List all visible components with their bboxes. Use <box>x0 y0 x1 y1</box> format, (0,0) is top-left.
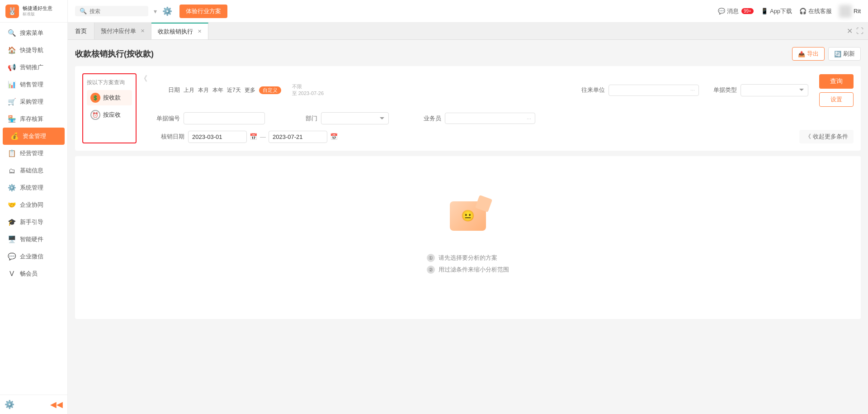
setting-btn[interactable]: 设置 <box>819 92 854 107</box>
search-input[interactable] <box>90 8 144 14</box>
sidebar-item-wechat[interactable]: 💬 企业微信 <box>0 248 67 265</box>
refresh-icon: 🔄 <box>834 51 841 57</box>
inventory-icon: 🏪 <box>7 115 16 123</box>
info-icon: 🗂 <box>7 167 16 175</box>
collapse-more-btn[interactable]: 《 收起更多条件 <box>799 130 854 143</box>
right-filters: 往来单位 ··· 单据类型 <box>578 73 854 107</box>
sidebar-item-label: 快捷导航 <box>20 46 43 54</box>
sidebar-item-newbie[interactable]: 🎓 新手引导 <box>0 214 67 231</box>
doctype-select[interactable] <box>741 84 808 96</box>
tab-receivable-close[interactable]: ✕ <box>198 29 202 34</box>
avatar <box>839 5 852 18</box>
empty-hint-2: ② 用过滤条件来缩小分析范围 <box>427 266 509 274</box>
sidebar-item-label: 库存核算 <box>20 115 43 123</box>
expand-tab-icon[interactable]: ⛶ <box>856 27 863 35</box>
app-download-btn[interactable]: 📱 App下载 <box>761 7 792 15</box>
app-download-label: App下载 <box>770 7 792 15</box>
member-icon: Ⅴ <box>7 270 16 278</box>
sidebar-item-cooperation[interactable]: 🤝 企业协同 <box>0 196 67 214</box>
logo-area: 🐰 畅捷通好生意 标准版 <box>0 0 67 23</box>
collapse-filter-btn[interactable]: 《 <box>140 73 149 143</box>
username: Rit <box>854 8 861 14</box>
verify-date-start[interactable] <box>188 131 247 143</box>
query-btn[interactable]: 查询 <box>819 74 854 89</box>
calendar-start-icon[interactable]: 📅 <box>250 133 257 140</box>
online-service-btn[interactable]: 🎧 在线客服 <box>799 7 832 15</box>
export-label: 导出 <box>807 50 819 58</box>
filter-sidebar: 按以下方案查询 💲 按收款 ⏰ 按应收 <box>82 73 137 143</box>
filter-by-receivable[interactable]: ⏰ 按应收 <box>87 107 132 123</box>
app-name: 畅捷通好生意 <box>23 5 52 11</box>
date-this-year[interactable]: 本年 <box>212 86 223 94</box>
tab-receivable[interactable]: 收款核销执行 ✕ <box>151 23 208 39</box>
export-btn[interactable]: 📤 导出 <box>792 47 825 61</box>
empty-hints: ① 请先选择要分析的方案 ② 用过滤条件来缩小分析范围 <box>427 254 509 274</box>
dept-select[interactable] <box>321 112 389 124</box>
sidebar-bottom: ⚙️ ◀◀ <box>0 395 67 414</box>
staff-filter-group: 业务员 ··· <box>414 113 535 124</box>
sidebar-item-member[interactable]: Ⅴ 畅会员 <box>0 265 67 282</box>
close-tab-icon[interactable]: ✕ <box>847 27 853 35</box>
empty-state: 😐 ① 请先选择要分析的方案 ② 用过滤条件来缩小分析范围 <box>75 174 861 301</box>
verify-date-end[interactable] <box>269 131 327 143</box>
date-more[interactable]: 更多 <box>245 86 255 94</box>
doctype-filter-group: 单据类型 <box>710 84 808 96</box>
refresh-btn[interactable]: 🔄 刷新 <box>828 47 861 61</box>
filter-by-receipt[interactable]: 💲 按收款 <box>87 90 132 105</box>
filter-row-1: 日期 上月 本月 本年 近7天 更多 自定义 不限 至 2023-07-26 <box>153 73 854 107</box>
gear-icon[interactable]: ⚙️ <box>162 6 172 16</box>
message-btn[interactable]: 💬 消息 99+ <box>718 7 754 15</box>
industry-btn[interactable]: 体验行业方案 <box>179 5 227 18</box>
sidebar-item-purchase[interactable]: 🛒 采购管理 <box>0 93 67 110</box>
calendar-end-icon[interactable]: 📅 <box>330 133 338 140</box>
message-badge: 99+ <box>741 8 754 14</box>
sidebar-item-system[interactable]: ⚙️ 系统管理 <box>0 179 67 196</box>
docno-input[interactable] <box>184 112 265 124</box>
verify-date-group: 核销日期 📅 — 📅 <box>153 131 338 143</box>
sidebar-item-inventory[interactable]: 🏪 库存核算 <box>0 110 67 128</box>
staff-label: 业务员 <box>414 114 441 123</box>
filter-panel: 按以下方案查询 💲 按收款 ⏰ 按应收 《 日期 <box>75 66 861 151</box>
date-range-text: 不限 至 2023-07-26 <box>292 83 324 97</box>
filter-sidebar-title: 按以下方案查询 <box>87 79 132 86</box>
sidebar-item-funds[interactable]: 💰 资金管理 <box>3 128 65 145</box>
dept-label: 部门 <box>290 114 317 123</box>
hint-num-2: ② <box>427 266 435 274</box>
collapse-more-label: 收起更多条件 <box>813 133 848 141</box>
topbar-search-box[interactable]: 🔍 <box>75 6 148 16</box>
date-this-month[interactable]: 本月 <box>198 86 209 94</box>
collapse-sidebar-icon[interactable]: ◀◀ <box>50 400 63 409</box>
user-menu[interactable]: Rit <box>839 5 861 18</box>
sidebar-item-sales[interactable]: 📊 销售管理 <box>0 76 67 93</box>
box-face: 😐 <box>461 209 475 222</box>
hint-text-1: 请先选择要分析的方案 <box>439 254 497 262</box>
partner-input-wrapper[interactable]: ··· <box>609 85 699 96</box>
date-custom-badge[interactable]: 自定义 <box>259 86 281 94</box>
funds-icon: 💰 <box>10 132 19 140</box>
sidebar-item-label: 畅会员 <box>20 270 38 278</box>
dropdown-icon[interactable]: ▾ <box>154 8 157 15</box>
sidebar-item-label: 采购管理 <box>20 98 43 106</box>
date-7days[interactable]: 近7天 <box>227 86 241 94</box>
ops-icon: 📋 <box>7 149 16 157</box>
sidebar-item-quicknav[interactable]: 🏠 快捷导航 <box>0 42 67 59</box>
filter-main: 日期 上月 本月 本年 近7天 更多 自定义 不限 至 2023-07-26 <box>153 73 854 143</box>
tab-prepay-close[interactable]: ✕ <box>141 28 145 34</box>
date-last-month[interactable]: 上月 <box>184 86 194 94</box>
sidebar-item-marketing[interactable]: 📢 营销推广 <box>0 59 67 76</box>
tab-prepay[interactable]: 预付冲应付单 ✕ <box>94 23 151 39</box>
coop-icon: 🤝 <box>7 201 16 209</box>
filter-receipt-label: 按收款 <box>103 94 121 102</box>
tab-home[interactable]: 首页 <box>68 23 94 39</box>
sidebar-item-search[interactable]: 🔍 搜索菜单 <box>0 24 67 42</box>
sidebar-item-hardware[interactable]: 🖥️ 智能硬件 <box>0 231 67 248</box>
sidebar: 🐰 畅捷通好生意 标准版 🔍 搜索菜单 🏠 快捷导航 📢 营销推广 📊 销售管理… <box>0 0 68 414</box>
sidebar-item-label: 系统管理 <box>20 184 43 192</box>
sidebar-item-basic-info[interactable]: 🗂 基础信息 <box>0 162 67 179</box>
settings-icon[interactable]: ⚙️ <box>5 400 14 409</box>
message-label: 消息 <box>727 7 739 15</box>
staff-input-wrapper[interactable]: ··· <box>445 113 535 124</box>
partner-value <box>613 87 690 94</box>
dept-filter-group: 部门 <box>290 112 389 124</box>
sidebar-item-operations[interactable]: 📋 经营管理 <box>0 145 67 162</box>
